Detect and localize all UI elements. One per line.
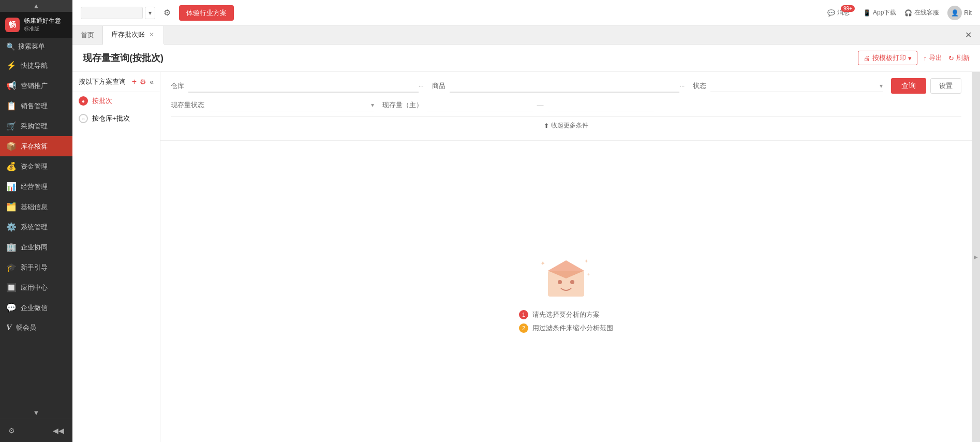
collapse-more-label: 收起更多条件 [551,121,588,130]
status-chevron-icon: ▾ [880,82,883,90]
inventory-qty-dash: — [533,101,548,109]
right-sidebar-toggle[interactable]: ▶ [972,72,980,442]
filter-bar: 仓库 ··· 商品 ··· [160,72,972,141]
warehouse-input[interactable] [188,80,419,92]
product-input[interactable] [450,80,680,92]
finance-icon: 💰 [6,161,17,171]
sidebar-item-label: 采购管理 [21,122,48,131]
topbar-gear-button[interactable]: ⚙ [161,6,173,20]
topbar-messages[interactable]: 💬 消息 99+ [827,8,850,17]
sidebar-item-purchase[interactable]: 🛒 采购管理 [0,116,72,136]
svg-text:✦: ✦ [540,260,545,267]
sidebar-item-apps[interactable]: 🔲 应用中心 [0,277,72,298]
system-icon: ⚙️ [6,222,17,232]
topbar-search-area: ▾ [81,7,155,19]
sidebar-item-label: 快捷导航 [21,61,48,70]
topbar-dropdown-button[interactable]: ▾ [145,7,155,19]
sidebar-item-label: 经营管理 [21,182,48,191]
filter-product: 商品 ··· [432,80,685,93]
topbar-user-area[interactable]: 👤 Rit [947,6,972,20]
messages-badge: 99+ [841,5,855,12]
sidebar-item-quick-nav[interactable]: ⚡ 快捷导航 [0,55,72,76]
step-2-number: 2 [519,323,528,333]
collapse-more-bar[interactable]: ⬆ 收起更多条件 [171,116,961,134]
product-more-button[interactable]: ··· [679,82,685,90]
step-2-label: 用过滤条件来缩小分析范围 [532,323,613,333]
page-header: 现存量查询(按批次) 🖨 按模板打印 ▾ ↑ 导出 ↻ 刷新 [72,45,980,72]
step-1-number: 1 [519,310,528,319]
sidebar-search-label: 搜索菜单 [18,42,45,51]
refresh-button[interactable]: ↻ 刷新 [948,53,970,63]
export-button[interactable]: ↑ 导出 [924,53,943,63]
sidebar-item-wechat[interactable]: 💬 企业微信 [0,298,72,318]
sidebar-item-system[interactable]: ⚙️ 系统管理 [0,217,72,237]
tab-panel-close-button[interactable]: ✕ [957,30,980,40]
status-select[interactable] [710,80,880,92]
tab-inventory-batch[interactable]: 库存批次账 ✕ [103,26,164,45]
scheme-item-by-warehouse-batch[interactable]: ○ 按仓库+批次 [72,110,160,127]
svg-text:✦: ✦ [587,272,590,277]
sidebar-search-item[interactable]: 🔍 搜索菜单 [0,38,72,55]
query-button[interactable]: 查询 [891,78,926,94]
app-title-group: 畅康通好生意 标准版 [24,17,61,33]
sidebar-item-label: 库存核算 [21,142,48,151]
topbar-industry-button[interactable]: 体验行业方案 [179,5,234,21]
scheme-item-by-batch[interactable]: ● 按批次 [72,92,160,110]
warehouse-filter-label: 仓库 [171,81,184,91]
sidebar-settings-button[interactable]: ⚙ [6,424,17,437]
product-select-wrapper [450,80,680,93]
print-button[interactable]: 🖨 按模板打印 ▾ [858,51,917,65]
topbar-app-download[interactable]: 📱 App下载 [863,8,896,17]
sidebar-item-inventory[interactable]: 📦 库存核算 [0,136,72,156]
basic-icon: 🗂️ [6,202,17,212]
inventory-qty-label: 现存量（主） [382,100,423,110]
action-row: 查询 设置 [891,78,961,94]
sidebar-item-label: 应用中心 [21,283,48,292]
sidebar-item-marketing[interactable]: 📢 营销推广 [0,76,72,96]
sidebar-item-sales[interactable]: 📋 销售管理 [0,96,72,116]
wechat-icon: 💬 [6,303,17,313]
product-filter-label: 商品 [432,81,446,91]
tab-home[interactable]: 首页 [72,26,103,45]
sidebar-item-finance[interactable]: 💰 资金管理 [0,156,72,176]
tab-close-button[interactable]: ✕ [148,31,155,38]
left-panel-collapse-button[interactable]: « [150,78,154,86]
sales-icon: 📋 [6,101,17,111]
sidebar-item-basic[interactable]: 🗂️ 基础信息 [0,197,72,217]
empty-illustration: ✦ ✦ ✦ [535,250,597,302]
empty-state: ✦ ✦ ✦ 1 请先选择要分析的方案 2 用过滤条件来缩小分析范围 [160,141,972,442]
status-filter-label: 状态 [693,81,706,91]
inventory-status-select[interactable] [209,99,371,111]
left-panel-title: 按以下方案查询 [79,77,126,86]
sidebar-scroll-down[interactable]: ▼ [0,407,72,419]
sidebar-item-newbie[interactable]: 🎓 新手引导 [0,257,72,277]
scheme-settings-button[interactable]: ⚙ [140,78,146,86]
member-icon: V [6,323,12,332]
purchase-icon: 🛒 [6,121,17,131]
topbar-search-input[interactable] [81,7,143,19]
tab-inventory-batch-label: 库存批次账 [111,30,145,39]
tab-home-label: 首页 [81,31,94,40]
sidebar-item-member[interactable]: V 畅会员 [0,318,72,337]
sidebar-item-label: 企业协同 [21,243,48,252]
empty-step-1: 1 请先选择要分析的方案 [519,310,613,319]
app-logo: 畅 [5,18,20,32]
tabbar: 首页 库存批次账 ✕ ✕ [72,26,980,45]
search-icon: 🔍 [6,42,15,51]
support-icon: 🎧 [904,9,912,17]
topbar-online-support[interactable]: 🎧 在线客服 [904,8,939,17]
sidebar-item-enterprise[interactable]: 🏢 企业协同 [0,237,72,257]
app-subtitle: 标准版 [24,25,61,33]
sidebar-collapse-button[interactable]: ◀◀ [51,424,66,437]
sidebar-item-operation[interactable]: 📊 经营管理 [0,176,72,197]
add-scheme-button[interactable]: + [132,77,137,86]
settings-button[interactable]: 设置 [930,78,961,94]
warehouse-select-wrapper [188,80,419,93]
page-title: 现存量查询(按批次) [83,52,164,64]
warehouse-more-button[interactable]: ··· [419,82,424,90]
inventory-status-chevron-icon: ▾ [371,101,374,109]
inventory-qty-from-input[interactable] [427,99,533,111]
inventory-qty-to-input[interactable] [548,99,654,111]
sidebar-scroll-up[interactable]: ▲ [0,0,72,12]
message-icon: 💬 [827,9,835,17]
